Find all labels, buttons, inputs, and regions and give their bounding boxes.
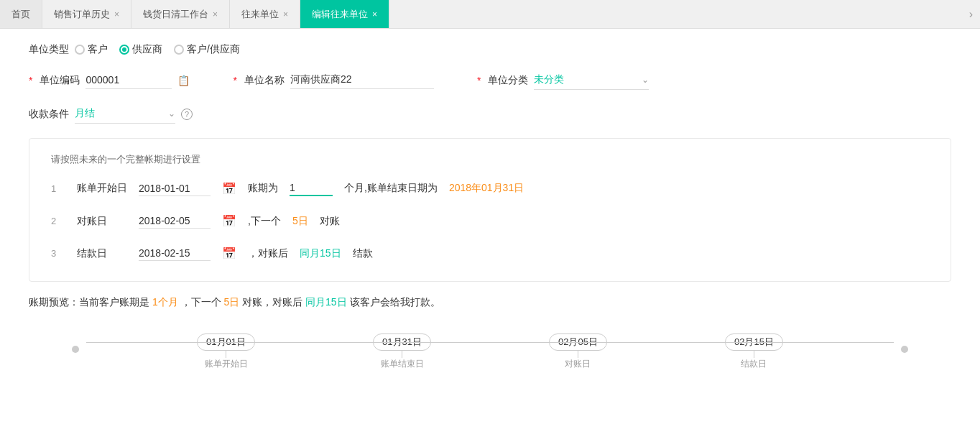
unit-info-row: * 单位编码 📋 * 单位名称 * 单位分类 未分类 ⌄ <box>29 70 951 90</box>
bill-start-calendar-icon[interactable]: 📅 <box>222 182 236 196</box>
tab-scroll-right[interactable]: › <box>962 0 980 28</box>
bill-start-desc-suffix: 个月,账单结束日期为 <box>344 182 438 195</box>
row-num-3: 3 <box>51 248 65 259</box>
unit-type-group: 单位类型 客户 供应商 客户/供应商 <box>29 43 240 56</box>
tab-sales-history-label: 销售订单历史 <box>54 8 110 21</box>
reconcile-label: 对账日 <box>77 215 127 228</box>
radio-both-circle <box>174 45 184 55</box>
timeline-nodes: 01月01日 账单开始日 01月31日 账单结束日 02月05日 对账日 02月… <box>72 334 908 370</box>
timeline-line <box>86 342 894 343</box>
section-instruction: 请按照未来的一个完整帐期进行设置 <box>51 153 929 166</box>
row-num-2: 2 <box>51 216 65 226</box>
unit-code-input[interactable] <box>85 71 172 89</box>
timeline-connector-3 <box>578 351 578 358</box>
preview-middle1: ，下一个 <box>181 296 221 308</box>
timeline-node-4: 02月15日 结款日 <box>725 334 783 370</box>
reconcile-desc: ,下一个 <box>248 215 281 228</box>
unit-category-dropdown[interactable]: 未分类 ⌄ <box>534 70 649 90</box>
preview-period-highlight: 1个月 <box>152 296 178 308</box>
timeline-node-2: 01月31日 账单结束日 <box>373 334 431 370</box>
bill-start-row: 1 账单开始日 📅 账期为 个月,账单结束日期为 2018年01月31日 <box>51 180 929 196</box>
tab-cash-work-close[interactable]: × <box>213 9 218 19</box>
radio-supplier-circle <box>119 45 129 55</box>
preview-day-highlight2: 同月15日 <box>305 296 347 308</box>
radio-group-unit-type: 客户 供应商 客户/供应商 <box>75 43 240 56</box>
unit-name-group: * 单位名称 <box>233 71 433 89</box>
radio-both[interactable]: 客户/供应商 <box>174 43 240 56</box>
unit-category-arrow-icon: ⌄ <box>642 75 649 85</box>
preview-day-highlight1: 5日 <box>223 296 239 308</box>
tab-partner[interactable]: 往来单位 × <box>230 0 300 28</box>
radio-customer-label: 客户 <box>88 43 108 56</box>
copy-icon[interactable]: 📋 <box>177 75 190 86</box>
help-icon[interactable]: ? <box>181 109 193 120</box>
unit-name-label: 单位名称 <box>244 74 285 87</box>
reconcile-date-input[interactable] <box>139 213 211 229</box>
radio-both-label: 客户/供应商 <box>187 43 240 56</box>
timeline-end-dot-container <box>901 334 908 353</box>
unit-name-input[interactable] <box>290 71 434 89</box>
timeline-container: 01月01日 账单开始日 01月31日 账单结束日 02月05日 对账日 02月… <box>29 326 951 399</box>
tab-edit-partner-close[interactable]: × <box>372 9 377 19</box>
payment-calendar-icon[interactable]: 📅 <box>222 247 236 260</box>
preview-suffix: 该客户会给我打款。 <box>350 296 440 308</box>
tab-edit-partner[interactable]: 编辑往来单位 × <box>300 0 389 28</box>
timeline-end-dot <box>901 346 908 353</box>
tab-sales-history[interactable]: 销售订单历史 × <box>42 0 131 28</box>
timeline-start-dot <box>72 346 79 353</box>
reconcile-calendar-icon[interactable]: 📅 <box>222 214 236 228</box>
timeline-connector-4 <box>754 351 754 358</box>
tab-home-label: 首页 <box>11 8 30 21</box>
payment-desc: ，对账后 <box>248 247 288 260</box>
tab-partner-close[interactable]: × <box>283 9 288 19</box>
unit-code-star: * <box>29 75 32 86</box>
period-value-input[interactable] <box>290 180 333 196</box>
payment-row: 3 结款日 📅 ，对账后 同月15日 结款 <box>51 246 929 261</box>
preview-prefix: 账期预览：当前客户账期是 <box>29 296 149 308</box>
unit-category-star: * <box>477 75 481 86</box>
timeline-label-1: 账单开始日 <box>205 358 248 370</box>
timeline-node-1: 01月01日 账单开始日 <box>197 334 255 370</box>
payment-condition-group: 收款条件 月结 ⌄ ? <box>29 104 193 124</box>
tab-bar: 首页 销售订单历史 × 钱货日清工作台 × 往来单位 × 编辑往来单位 × › <box>0 0 980 29</box>
bill-start-desc-prefix: 账期为 <box>248 182 278 195</box>
payment-desc2: 结款 <box>353 247 373 260</box>
bill-start-label: 账单开始日 <box>77 182 127 195</box>
bill-start-date-input[interactable] <box>139 181 211 196</box>
unit-category-label: 单位分类 <box>488 74 528 87</box>
unit-category-group: * 单位分类 未分类 ⌄ <box>477 70 649 90</box>
unit-name-star: * <box>233 75 236 86</box>
payment-date-input[interactable] <box>139 246 211 261</box>
unit-type-row: 单位类型 客户 供应商 客户/供应商 <box>29 43 951 56</box>
tab-sales-history-close[interactable]: × <box>114 9 119 19</box>
reconcile-desc2: 对账 <box>320 215 340 228</box>
radio-customer[interactable]: 客户 <box>75 43 108 56</box>
radio-supplier-label: 供应商 <box>132 43 162 56</box>
tab-home[interactable]: 首页 <box>0 0 42 28</box>
reconcile-day-highlight: 5日 <box>292 215 308 228</box>
unit-code-label: 单位编码 <box>40 74 80 87</box>
row-num-1: 1 <box>51 183 65 194</box>
tab-cash-work-label: 钱货日清工作台 <box>143 8 208 21</box>
payment-day-highlight: 同月15日 <box>300 247 341 260</box>
timeline-node-3: 02月05日 对账日 <box>549 334 607 370</box>
timeline-start-dot-container <box>72 334 79 353</box>
radio-customer-circle <box>75 45 85 55</box>
preview-section: 账期预览：当前客户账期是 1个月 ，下一个 5日 对账，对账后 同月15日 该客… <box>29 296 951 309</box>
timeline-label-2: 账单结束日 <box>381 358 424 370</box>
payment-condition-label: 收款条件 <box>29 108 69 121</box>
payment-condition-arrow-icon: ⌄ <box>168 109 175 119</box>
unit-type-label: 单位类型 <box>29 43 69 56</box>
main-content: 单位类型 客户 供应商 客户/供应商 * 单位编码 <box>0 29 980 437</box>
radio-supplier[interactable]: 供应商 <box>119 43 162 56</box>
payment-condition-row: 收款条件 月结 ⌄ ? <box>29 104 951 124</box>
preview-middle2: 对账，对账后 <box>242 296 302 308</box>
timeline-connector-1 <box>226 351 226 358</box>
payment-condition-dropdown[interactable]: 月结 ⌄ <box>75 104 175 124</box>
payment-label: 结款日 <box>77 247 127 260</box>
timeline-label-4: 结款日 <box>741 358 767 370</box>
unit-code-group: * 单位编码 📋 <box>29 71 190 89</box>
period-settings-section: 请按照未来的一个完整帐期进行设置 1 账单开始日 📅 账期为 个月,账单结束日期… <box>29 138 951 282</box>
timeline-connector-2 <box>402 351 402 358</box>
tab-cash-work[interactable]: 钱货日清工作台 × <box>131 0 230 28</box>
